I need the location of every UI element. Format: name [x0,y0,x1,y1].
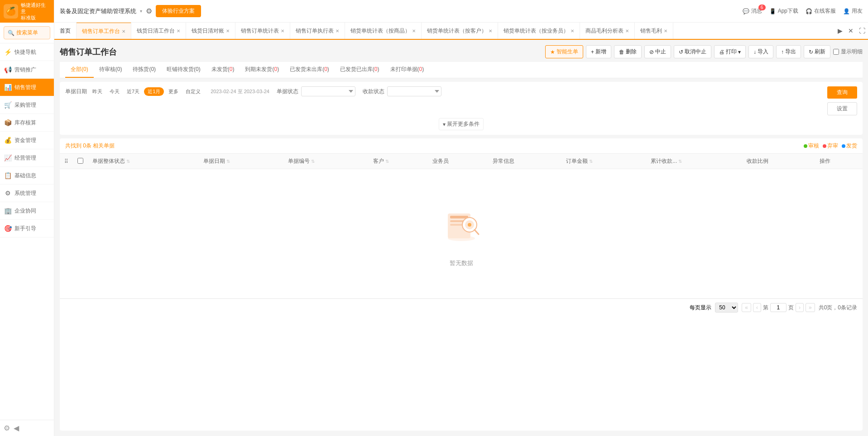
quick-approve-btn[interactable]: 审核 [804,142,819,150]
date-1month-btn[interactable]: 近1月 [144,87,164,96]
sidebar-item-system[interactable]: ⚙ 系统管理 [0,185,54,202]
tab-close-icon[interactable]: ✕ [336,28,339,33]
date-more-btn[interactable]: 更多 [166,87,181,96]
smart-create-button[interactable]: ★ 智能生单 [545,45,583,58]
sidebar-item-sales[interactable]: 📊 销售管理 [0,79,54,96]
new-button[interactable]: + 新增 [586,45,611,58]
next-page-button[interactable]: › [796,303,804,312]
expand-conditions-button[interactable]: ▾ 展开更多条件 [439,118,484,130]
tab-close-icon[interactable]: ✕ [122,29,125,34]
suspend-button[interactable]: ⊘ 中止 [644,45,671,58]
sidebar-item-operations[interactable]: 📈 经营管理 [0,149,54,167]
settings-bottom-icon[interactable]: ⚙ [4,424,10,432]
sidebar-item-quick-nav[interactable]: ⚡ 快捷导航 [0,43,54,61]
sub-tab-expired-not-delivered[interactable]: 到期未发货(0) [240,62,284,78]
tab-scroll-right-icon[interactable]: ▶ [835,27,845,34]
tab-sales-order-stats[interactable]: 销售订单统计表 ✕ [235,23,290,39]
tab-close-icon[interactable]: ✕ [571,28,574,33]
tab-close-icon[interactable]: ✕ [412,28,416,33]
sub-tab-delivered-not-out[interactable]: 已发货未出库(0) [284,62,335,78]
tab-close-icon[interactable]: ✕ [664,28,667,33]
header-settings-icon[interactable]: ⚙ [146,7,152,15]
delete-button[interactable]: 🗑 删除 [614,45,642,58]
sidebar-item-finance[interactable]: 💰 资金管理 [0,132,54,149]
th-number-sort[interactable]: 单据编号 ⇅ [288,157,364,165]
user-area[interactable]: 👤 用友 [843,7,863,15]
sales-icon: 📊 [4,83,12,91]
cancel-suspend-button[interactable]: ↺ 取消中止 [674,45,711,58]
show-detail-checkbox-area[interactable]: 显示明细 [833,48,863,56]
select-all-checkbox[interactable] [77,158,83,164]
plus-icon: + [591,49,594,55]
sidebar-item-marketing[interactable]: 📢 营销推广 [0,61,54,79]
set-button[interactable]: 设置 [827,102,857,115]
tab-sales-order-execution[interactable]: 销售订单执行表 ✕ [290,23,345,39]
payment-select[interactable] [387,86,441,96]
sidebar-item-guide[interactable]: 🎯 新手引导 [0,220,54,237]
date-yesterday-btn[interactable]: 昨天 [90,87,105,96]
total-records-info: 共0页，0条记录 [819,304,857,312]
status-select[interactable] [301,86,355,96]
tab-sales-order-workbench[interactable]: 销售订单工作台 ✕ [77,23,131,39]
tab-close-icon[interactable]: ✕ [625,28,629,33]
tab-gross-profit-analysis[interactable]: 商品毛利分析表 ✕ [580,23,635,39]
system-dropdown-icon[interactable]: ▾ [140,9,142,14]
date-today-btn[interactable]: 今天 [107,87,122,96]
page-number-input[interactable] [770,303,786,312]
quick-reject-btn[interactable]: 弃审 [823,142,838,150]
print-button[interactable]: 🖨 打印 ▾ [714,45,746,58]
trial-industry-button[interactable]: 体验行业方案 [156,5,201,17]
tab-sales-profit[interactable]: 销售毛利 ✕ [635,23,673,39]
tab-close-icon[interactable]: ✕ [177,28,180,33]
last-page-button[interactable]: » [806,303,815,312]
tab-restore-icon[interactable]: ⛶ [856,27,868,34]
tab-close-icon[interactable]: ✕ [489,28,492,33]
import-button[interactable]: ↓ 导入 [748,45,773,58]
tab-sales-stats-by-staff[interactable]: 销货单统计表（按业务员） ✕ [498,23,580,39]
quick-deliver-btn[interactable]: 发货 [842,142,857,150]
page-size-select[interactable]: 10 20 50 100 [715,303,738,313]
th-status-sort[interactable]: 单据整体状态 ⇅ [92,157,194,165]
sub-tab-pending-inspection[interactable]: 待拣货(0) [127,62,161,78]
sub-tab-wangpu-pending[interactable]: 旺铺待发货(0) [161,62,206,78]
th-date-sort[interactable]: 单据日期 ⇅ [203,157,279,165]
sidebar-item-purchase[interactable]: 🛒 采购管理 [0,96,54,114]
collapse-sidebar-icon[interactable]: ◀ [14,424,19,432]
show-detail-checkbox[interactable] [833,49,839,55]
prev-page-button[interactable]: ‹ [753,303,761,312]
first-page-button[interactable]: « [742,303,751,312]
message-icon-area[interactable]: 💬 消息 6 [743,7,762,15]
sort-icon: ⇅ [311,159,315,164]
tab-close-icon[interactable]: ✕ [281,28,284,33]
toolbar: ★ 智能生单 + 新增 🗑 删除 ⊘ 中止 ↺ 取消中止 [545,45,863,58]
date-custom-btn[interactable]: 自定义 [183,87,203,96]
app-download-area[interactable]: 📱 App下载 [769,7,798,15]
th-collected-sort[interactable]: 累计收款... ⇅ [651,157,738,165]
sub-tab-not-delivered[interactable]: 未发货(0) [206,62,240,78]
sidebar-item-inventory[interactable]: 📦 库存核算 [0,114,54,132]
table-body: 暂无数据 [60,169,863,299]
tab-sales-stats-by-customer[interactable]: 销货单统计表（按客户） ✕ [422,23,498,39]
tab-close-icon[interactable]: ✕ [226,28,230,33]
enterprise-icon: 🏢 [4,207,12,215]
sidebar-item-basic-info[interactable]: 📋 基础信息 [0,167,54,185]
search-menu-button[interactable]: 🔍 搜索菜单 [4,26,50,39]
tab-cash-daily-workbench[interactable]: 钱货日清工作台 ✕ [131,23,186,39]
tab-sales-stats-by-product[interactable]: 销货单统计表（按商品） ✕ [345,23,422,39]
query-button[interactable]: 查询 [827,86,857,99]
print-dropdown-icon[interactable]: ▾ [738,49,741,55]
export-button[interactable]: ↑ 导出 [776,45,801,58]
th-customer-sort[interactable]: 客户 ⇅ [373,157,423,165]
sub-tab-delivered-out[interactable]: 已发货已出库(0) [335,62,385,78]
date-7days-btn[interactable]: 近7天 [124,87,142,96]
tab-cash-goods-reconciliation[interactable]: 钱货日清对账 ✕ [186,23,235,39]
th-amount-sort[interactable]: 订单金额 ⇅ [566,157,642,165]
tab-home[interactable]: 首页 [54,23,77,39]
sub-tab-not-printed[interactable]: 未打印单据(0) [385,62,430,78]
tab-close-all-icon[interactable]: ✕ [845,27,856,34]
sidebar-item-enterprise[interactable]: 🏢 企业协同 [0,202,54,220]
sub-tab-all[interactable]: 全部(0) [65,62,94,78]
refresh-button[interactable]: ↻ 刷新 [804,45,830,58]
online-service-area[interactable]: 🎧 在线客服 [806,7,836,15]
sub-tab-pending-review[interactable]: 待审核(0) [94,62,128,78]
